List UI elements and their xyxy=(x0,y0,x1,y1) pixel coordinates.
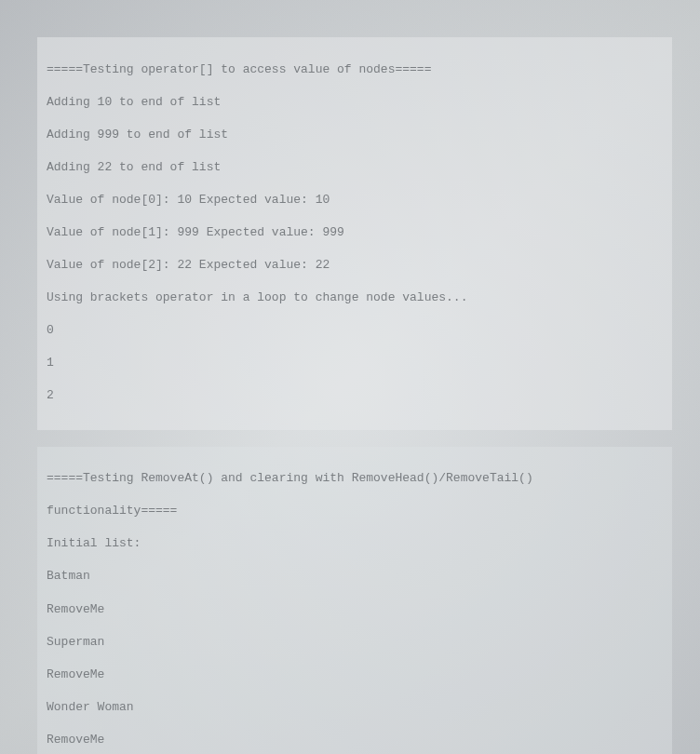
output-line: Wonder Woman xyxy=(47,699,663,716)
output-line: RemoveMe xyxy=(47,732,663,748)
output-line: 1 xyxy=(47,355,663,371)
output-line: Adding 22 to end of list xyxy=(47,159,663,176)
output-line: 0 xyxy=(47,322,663,339)
output-block-1: =====Testing operator[] to access value … xyxy=(37,37,672,430)
output-line: Value of node[0]: 10 Expected value: 10 xyxy=(47,192,663,209)
output-line: Value of node[1]: 999 Expected value: 99… xyxy=(47,224,663,241)
output-line: 2 xyxy=(47,387,663,404)
output-line: RemoveMe xyxy=(47,666,663,683)
output-line: =====Testing operator[] to access value … xyxy=(47,61,663,78)
output-line: Value of node[2]: 22 Expected value: 22 xyxy=(47,257,663,274)
output-line: Using brackets operator in a loop to cha… xyxy=(47,289,663,306)
output-line: Superman xyxy=(47,634,663,651)
output-line: Adding 999 to end of list xyxy=(47,127,663,143)
output-line: Adding 10 to end of list xyxy=(47,94,663,111)
output-line: =====Testing RemoveAt() and clearing wit… xyxy=(47,470,663,487)
output-line: RemoveMe xyxy=(47,601,663,618)
output-line: Initial list: xyxy=(47,535,663,552)
output-block-2: =====Testing RemoveAt() and clearing wit… xyxy=(37,447,672,754)
output-line: functionality===== xyxy=(47,503,663,519)
output-line: Batman xyxy=(47,568,663,585)
